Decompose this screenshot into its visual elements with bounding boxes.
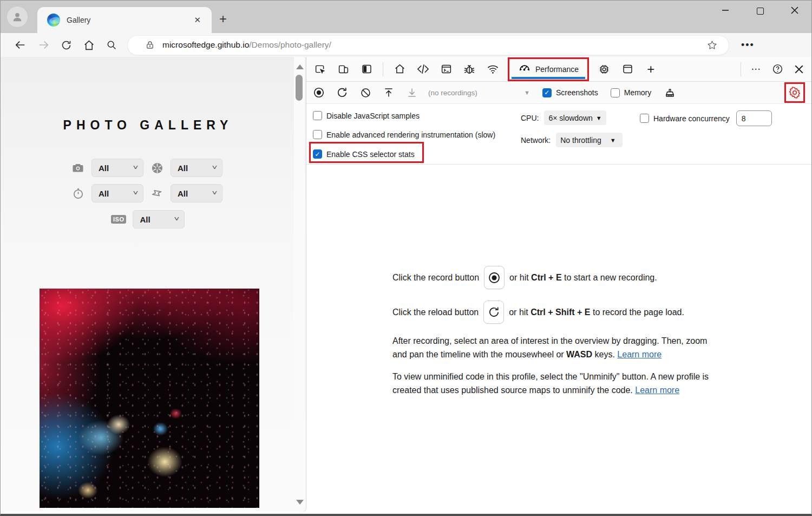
- network-select[interactable]: No throttling ▼: [556, 133, 622, 147]
- memory-label: Memory: [624, 88, 652, 97]
- maximize-icon[interactable]: [753, 6, 767, 17]
- edge-logo-icon: [47, 14, 60, 27]
- disable-js-label: Disable JavaScript samples: [326, 112, 420, 120]
- chevron-down-icon: ˅: [133, 190, 139, 197]
- console-icon[interactable]: [437, 60, 455, 79]
- new-tab-button[interactable]: +: [219, 11, 227, 27]
- record-instruction: Click the record button or hit Ctrl + E …: [392, 266, 657, 289]
- learn-more-link[interactable]: Learn more: [617, 350, 662, 359]
- aperture-icon: [150, 162, 164, 174]
- memory-panel-icon[interactable]: [595, 60, 613, 79]
- inspect-icon[interactable]: [311, 60, 329, 79]
- address-bar[interactable]: microsoftedge.github.io/Demos/photo-gall…: [127, 35, 729, 55]
- network-value: No throttling: [560, 136, 601, 145]
- refresh-icon[interactable]: [55, 36, 77, 54]
- aperture-filter-select[interactable]: All ˅: [171, 159, 222, 177]
- browser-tab-gallery[interactable]: Gallery ✕: [37, 7, 212, 33]
- elements-icon[interactable]: [414, 60, 432, 79]
- instruction-text: or hit Ctrl + Shift + E to record the pa…: [509, 308, 684, 317]
- camera-filter-select[interactable]: All ˅: [91, 159, 143, 177]
- hardware-concurrency-input[interactable]: [736, 110, 772, 126]
- checkbox-checked[interactable]: ✓: [542, 88, 552, 97]
- screenshots-checkbox[interactable]: ✓ Screenshots: [542, 88, 598, 97]
- upload-icon[interactable]: [379, 83, 398, 102]
- devtools-tab-bar: Performance + ⋯: [306, 57, 811, 82]
- capture-settings-pane: Disable JavaScript samples Enable advanc…: [306, 104, 811, 165]
- checkbox-unchecked[interactable]: [611, 88, 620, 97]
- filter-row-3: ISO All ˅: [111, 210, 185, 228]
- iso-filter-select[interactable]: All ˅: [133, 210, 185, 228]
- disable-js-row[interactable]: Disable JavaScript samples: [313, 111, 420, 120]
- close-icon[interactable]: [788, 6, 802, 17]
- disable-js-checkbox[interactable]: [313, 111, 322, 120]
- recordings-select[interactable]: (no recordings): [428, 89, 519, 97]
- advanced-rendering-row[interactable]: Enable advanced rendering instrumentatio…: [313, 130, 495, 139]
- exposure-filter-value: All: [99, 189, 109, 198]
- cpu-select[interactable]: 6× slowdown ▼: [544, 110, 606, 125]
- reload-icon[interactable]: [333, 83, 351, 102]
- network-row: Network: No throttling ▼: [521, 133, 623, 147]
- hardware-concurrency-checkbox[interactable]: [640, 114, 649, 123]
- browser-more-icon[interactable]: •••: [741, 40, 755, 51]
- navigation-bar: microsoftedge.github.io/Demos/photo-gall…: [1, 33, 811, 57]
- page-scrollbar[interactable]: [294, 57, 305, 514]
- scroll-up-icon[interactable]: [296, 64, 304, 69]
- application-icon[interactable]: [618, 60, 637, 79]
- learn-more-link[interactable]: Learn more: [635, 386, 679, 395]
- help-icon[interactable]: [768, 60, 787, 79]
- search-icon[interactable]: [100, 36, 123, 54]
- welcome-icon[interactable]: [390, 60, 409, 79]
- devtools-controls: ⋯: [738, 60, 811, 79]
- performance-landing: Click the record button or hit Ctrl + E …: [306, 165, 811, 514]
- flash-filter-value: All: [178, 189, 188, 198]
- network-label: Network:: [521, 136, 551, 145]
- scrollbar-thumb[interactable]: [296, 75, 303, 101]
- cpu-row: CPU: 6× slowdown ▼: [521, 110, 606, 125]
- clear-icon[interactable]: [356, 83, 375, 102]
- scroll-down-icon[interactable]: [296, 500, 304, 505]
- instruction-text: Click the reload button: [392, 308, 479, 317]
- capture-settings-gear-icon[interactable]: [784, 82, 805, 103]
- aperture-filter-value: All: [178, 164, 188, 173]
- record-icon[interactable]: [310, 83, 328, 102]
- more-tabs-button[interactable]: +: [641, 60, 660, 79]
- download-icon[interactable]: [403, 83, 421, 102]
- devtools-close-icon[interactable]: [790, 60, 808, 79]
- tab-performance[interactable]: Performance: [508, 57, 589, 81]
- tab-performance-label: Performance: [535, 65, 579, 74]
- devtools-more-icon[interactable]: ⋯: [746, 60, 765, 79]
- back-icon[interactable]: [9, 36, 32, 54]
- browser-window: Gallery ✕ +: [0, 0, 812, 516]
- chevron-down-icon: ˅: [212, 164, 218, 172]
- exposure-filter-select[interactable]: All ˅: [91, 184, 143, 203]
- debug-icon[interactable]: [460, 60, 479, 79]
- css-selector-stats-row[interactable]: ✓ Enable CSS selector stats: [313, 149, 415, 159]
- lock-icon[interactable]: [145, 40, 155, 50]
- flash-filter-select[interactable]: All ˅: [171, 184, 222, 203]
- css-selector-stats-checkbox[interactable]: ✓: [313, 149, 322, 159]
- gallery-photo[interactable]: [40, 289, 259, 508]
- profile-avatar-icon[interactable]: [7, 6, 28, 27]
- dropdown-icon[interactable]: ▼: [524, 89, 530, 96]
- network-icon[interactable]: [483, 60, 502, 79]
- content-area: PHOTO GALLERY All ˅ All ˅: [1, 57, 811, 514]
- star-icon[interactable]: [706, 40, 718, 51]
- tab-close-icon[interactable]: ✕: [189, 13, 205, 27]
- url-text[interactable]: microsoftedge.github.io/Demos/photo-gall…: [162, 40, 706, 50]
- device-emulation-icon[interactable]: [334, 60, 352, 79]
- dock-side-icon[interactable]: [357, 60, 376, 79]
- page-title: PHOTO GALLERY: [1, 118, 296, 133]
- camera-icon: [71, 161, 85, 174]
- advanced-rendering-checkbox[interactable]: [313, 130, 322, 139]
- reload-button[interactable]: [483, 301, 504, 324]
- exposure-icon: [71, 187, 85, 200]
- dropdown-icon: ▼: [610, 137, 616, 143]
- forward-icon[interactable]: [32, 36, 55, 54]
- tab-title: Gallery: [67, 16, 189, 24]
- record-button[interactable]: [484, 266, 505, 289]
- collect-garbage-icon[interactable]: [660, 83, 679, 102]
- minimize-icon[interactable]: [718, 6, 732, 17]
- home-icon[interactable]: [77, 36, 100, 54]
- memory-checkbox[interactable]: Memory: [611, 88, 652, 97]
- url-host: microsoftedge.github.io: [162, 40, 249, 49]
